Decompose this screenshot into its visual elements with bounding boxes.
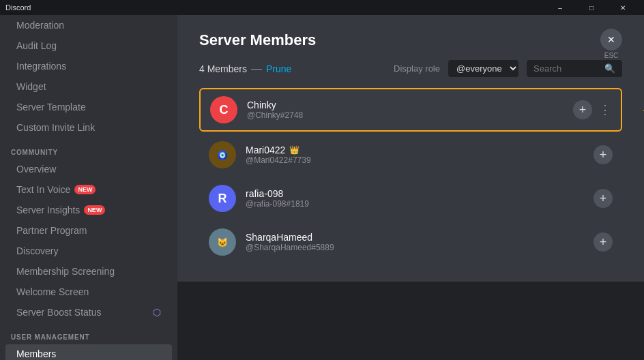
sidebar: Moderation Audit Log Integrations Widget…	[0, 15, 177, 360]
add-role-button-sharqahameed[interactable]: +	[594, 232, 613, 252]
member-tag-sharqahameed: @SharqaHameed#5889	[246, 243, 594, 252]
member-info-sharqahameed: SharqaHameed @SharqaHameed#5889	[246, 232, 594, 252]
app-title: Discord	[5, 3, 31, 12]
member-tag-rafia098: @rafia-098#1819	[246, 199, 594, 209]
user-management-section-label: USER MANAGEMENT	[0, 322, 177, 344]
sidebar-item-server-boost-status[interactable]: Server Boost Status ⬡	[5, 303, 172, 322]
app-container: Moderation Audit Log Integrations Widget…	[0, 15, 644, 360]
member-info-chinky: Chinky @Chinky#2748	[247, 100, 573, 120]
esc-button[interactable]: ✕	[600, 29, 622, 50]
sidebar-item-integrations[interactable]: Integrations	[5, 57, 172, 76]
member-tag-chinky: @Chinky#2748	[247, 110, 573, 120]
member-tag-mari0422: @Mari0422#7739	[246, 155, 594, 165]
member-name-rafia098: rafia-098	[246, 188, 594, 199]
search-input[interactable]	[533, 63, 600, 74]
sidebar-item-membership-screening[interactable]: Membership Screening	[5, 262, 172, 281]
sidebar-item-discovery[interactable]: Discovery	[5, 241, 172, 260]
member-row-rafia098[interactable]: R rafia-098 @rafia-098#1819 +	[199, 178, 622, 219]
members-count: 4 Members	[199, 63, 247, 74]
main-content: Server Members ✕ ESC 4 Members — Prune D…	[177, 15, 644, 282]
member-row-chinky[interactable]: C Chinky @Chinky#2748 + ⋮ ←	[199, 88, 622, 132]
add-role-button-chinky[interactable]: +	[573, 100, 592, 119]
sidebar-item-audit-log[interactable]: Audit Log	[5, 36, 172, 55]
member-row-sharqahameed[interactable]: 🐱 SharqaHameed @SharqaHameed#5889 +	[199, 222, 622, 262]
community-section-label: COMMUNITY	[0, 138, 177, 159]
add-role-button-mari0422[interactable]: +	[594, 145, 613, 164]
sidebar-item-overview[interactable]: Overview	[5, 160, 172, 179]
search-box[interactable]: 🔍	[527, 60, 622, 77]
member-actions-mari0422: +	[594, 145, 613, 164]
members-meta: 4 Members — Prune Display role @everyone…	[199, 60, 622, 77]
more-options-button-chinky[interactable]: ⋮	[599, 102, 611, 117]
sidebar-item-moderation[interactable]: Moderation	[5, 16, 172, 35]
sidebar-item-members[interactable]: Members	[5, 344, 172, 360]
dash: —	[251, 63, 262, 75]
member-info-mari0422: Mari0422 👑 @Mari0422#7739	[246, 145, 594, 165]
sidebar-item-custom-invite-link[interactable]: Custom Invite Link	[5, 118, 172, 137]
avatar-rafia098: R	[209, 185, 236, 212]
new-badge-server-insights: NEW	[84, 205, 105, 215]
titlebar: Discord – □ ✕	[0, 0, 644, 15]
window-controls: – □ ✕	[544, 0, 639, 15]
member-info-rafia098: rafia-098 @rafia-098#1819	[246, 188, 594, 209]
sidebar-item-server-template[interactable]: Server Template	[5, 97, 172, 117]
sidebar-item-partner-program[interactable]: Partner Program	[5, 221, 172, 240]
boost-icon: ⬡	[153, 307, 161, 318]
role-select[interactable]: @everyone	[448, 60, 518, 77]
member-name-chinky: Chinky	[247, 100, 573, 110]
search-icon: 🔍	[604, 63, 615, 74]
new-badge-text-in-voice: NEW	[74, 185, 96, 194]
add-role-button-rafia098[interactable]: +	[594, 189, 613, 208]
sidebar-item-widget[interactable]: Widget	[5, 77, 172, 96]
esc-label: ESC	[604, 52, 619, 59]
sidebar-item-server-insights[interactable]: Server Insights NEW	[5, 200, 172, 220]
member-row-mari0422[interactable]: 🧿 Mari0422 👑 @Mari0422#7739 +	[199, 134, 622, 175]
sidebar-item-welcome-screen[interactable]: Welcome Screen	[5, 282, 172, 301]
member-name-sharqahameed: SharqaHameed	[246, 232, 594, 243]
avatar-sharqahameed: 🐱	[209, 228, 236, 256]
members-controls: Display role @everyone 🔍	[394, 60, 622, 77]
member-actions-sharqahameed: +	[594, 232, 613, 252]
member-name-mari0422: Mari0422 👑	[246, 145, 594, 155]
member-actions-rafia098: +	[594, 189, 613, 208]
crown-icon: 👑	[289, 145, 299, 155]
sidebar-item-text-in-voice[interactable]: Text In Voice NEW	[5, 180, 172, 199]
display-role-label: Display role	[394, 63, 440, 74]
maximize-button[interactable]: □	[576, 0, 607, 15]
minimize-button[interactable]: –	[544, 0, 576, 15]
avatar-chinky: C	[210, 96, 237, 123]
arrow-indicator: ←	[640, 100, 644, 119]
member-actions-chinky: + ⋮	[573, 100, 611, 119]
prune-link[interactable]: Prune	[266, 63, 291, 74]
avatar-mari0422: 🧿	[209, 141, 236, 168]
close-button[interactable]: ✕	[607, 0, 639, 15]
page-title: Server Members	[199, 31, 316, 49]
